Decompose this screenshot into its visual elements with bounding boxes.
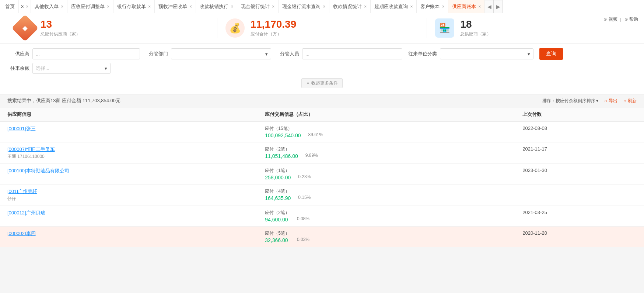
dept-filter-label: 分管部门 [146, 51, 168, 57]
pay-amount: 11,051,486.00 [265, 153, 298, 159]
nav-close-icon[interactable]: × [410, 4, 413, 9]
nav-cash-stat[interactable]: 现金银行统计 × [237, 0, 279, 13]
nav-close-icon[interactable]: × [26, 4, 28, 9]
nav-customer-ledger-label: 客户账本 [420, 3, 440, 10]
nav-overdue[interactable]: 超期应收款查询 × [371, 0, 417, 13]
pay-percent: 9.89% [305, 153, 318, 158]
balance-dropdown[interactable]: 选择... ▾ [32, 63, 111, 74]
nav-prepay-label: 预收冲应收单 [158, 3, 187, 10]
unit-filter-label: 往来单位分类 [408, 51, 437, 57]
nav-close-icon[interactable]: × [272, 4, 274, 9]
balance-filter-label: 往来余额 [7, 65, 29, 72]
table-row: [000002]李四 应付（5笔） 32,366.00 0.03% 2020-1… [0, 227, 644, 247]
payable-total-number: 11,170.39 [251, 19, 297, 30]
supplier-link[interactable]: [000002]李四 [7, 231, 36, 236]
nav-close-icon[interactable]: × [189, 4, 192, 9]
nav-close-icon[interactable]: × [364, 4, 367, 9]
nav-bank[interactable]: 银行存取款单 × [113, 0, 155, 13]
pay-amount: 258,000.00 [265, 175, 291, 180]
nav-prepay[interactable]: 预收冲应收单 × [155, 0, 196, 13]
collapse-button[interactable]: ∧ 收起更多条件 [301, 78, 342, 88]
pay-amount: 32,366.00 [265, 237, 290, 243]
pay-label: 应付（4笔） [265, 188, 291, 194]
nav-supplier-ledger-label: 供应商账本 [452, 3, 476, 10]
dept-dropdown[interactable]: ▾ [171, 48, 271, 59]
nav-tab-3[interactable]: 3 × [19, 0, 31, 13]
payable-total-label: 应付合计（万） [251, 31, 297, 37]
pay-percent: 0.08% [297, 216, 309, 221]
summary-payable-total: 💰 11,170.39 应付合计（万） [217, 18, 427, 38]
nav-payment[interactable]: 收款核销执行 × [196, 0, 237, 13]
nav-other-income[interactable]: 其他收入单 × [31, 0, 67, 13]
nav-close-icon[interactable]: × [478, 4, 481, 9]
pay-percent: 0.23% [298, 174, 311, 179]
nav-collection-stat[interactable]: 收款情况统计 × [329, 0, 371, 13]
nav-supplier-ledger[interactable]: 供应商账本 × [448, 0, 485, 13]
nav-prev-arrow[interactable]: ◀ [485, 0, 494, 13]
nav-ar-adjust[interactable]: 应收应付调整单 × [67, 0, 113, 13]
total-suppliers-label: 总供应商（家） [460, 31, 491, 37]
nav-home-label: 首页 [5, 3, 15, 10]
supplier-table: 供应商信息 应付交易信息（占比） 上次付数 [000001]张三 应付（15笔）… [0, 107, 644, 247]
nav-cash-flow-label: 现金银行流水查询 [282, 3, 321, 10]
nav-close-icon[interactable]: × [231, 4, 233, 9]
nav-close-icon[interactable]: × [107, 4, 109, 9]
supplier-link[interactable]: [000012]广州贝瑞 [7, 210, 45, 216]
dept-filter: 分管部门 ▾ [146, 48, 271, 59]
summary-payable-suppliers: ◆ 13 总应付供应商（家） [7, 18, 217, 38]
supplier-filter: 供应商 ... [7, 48, 140, 59]
search-button[interactable]: 查询 [539, 48, 563, 60]
supplier-filter-label: 供应商 [7, 51, 29, 57]
person-filter: 分管人员 ... [277, 48, 402, 59]
pay-label: 应付（1笔） [265, 168, 291, 174]
pay-label: 应付（15笔） [265, 125, 301, 132]
export-button[interactable]: ○ 导出 [604, 98, 617, 104]
nav-customer-ledger[interactable]: 客户账本 × [417, 0, 448, 13]
supplier-sub: 王通 17106110000 [7, 154, 250, 160]
payable-suppliers-label: 总应付供应商（家） [41, 31, 80, 37]
payable-suppliers-number: 13 [41, 19, 80, 30]
nav-close-icon[interactable]: × [148, 4, 151, 9]
nav-bank-label: 银行存取款单 [117, 3, 146, 10]
supplier-link[interactable]: [000100]本特勤油品有限公司 [7, 168, 69, 173]
refresh-button[interactable]: ○ 刷新 [623, 98, 637, 104]
nav-close-icon[interactable]: × [323, 4, 325, 9]
supplier-link[interactable]: [000007]恒旺二手叉车 [7, 146, 55, 152]
diamond-icon: ◆ [15, 18, 35, 38]
last-payment-date: 2022-08-08 [522, 125, 547, 131]
unit-filter: 往来单位分类 ▾ [408, 48, 533, 59]
sort-button[interactable]: 排序：按应付余额倒序排序 ▾ [542, 98, 598, 104]
store-icon: 🏪 [434, 18, 455, 38]
supplier-link[interactable]: [000001]张三 [7, 126, 36, 131]
balance-filter: 往来余额 选择... ▾ [7, 63, 111, 74]
pay-percent: 0.15% [298, 195, 311, 200]
unit-dropdown[interactable]: ▾ [440, 48, 533, 59]
nav-cash-stat-label: 现金银行统计 [241, 3, 270, 10]
table-row: [001]广州荣轩 仔仔 应付（4笔） 164,635.90 0.15% [0, 185, 644, 206]
supplier-link[interactable]: [001]广州荣轩 [7, 189, 37, 194]
pay-label: 应付（5笔） [265, 230, 290, 237]
video-help[interactable]: ⊙ 视频 [603, 16, 617, 23]
filter-area: 供应商 ... 分管部门 ▾ 分管人员 ... 往来单位分类 ▾ [0, 44, 644, 94]
nav-other-income-label: 其他收入单 [35, 3, 59, 10]
person-filter-label: 分管人员 [277, 51, 299, 57]
last-payment-date: 2023-01-30 [522, 168, 547, 173]
nav-cash-flow[interactable]: 现金银行流水查询 × [279, 0, 329, 13]
supplier-input[interactable]: ... [32, 48, 140, 59]
pay-percent: 0.03% [297, 237, 309, 242]
nav-collection-stat-label: 收款情况统计 [333, 3, 362, 10]
total-suppliers-number: 18 [460, 19, 491, 30]
nav-close-icon[interactable]: × [61, 4, 63, 9]
coin-icon: 💰 [225, 18, 245, 38]
nav-ar-adjust-label: 应收应付调整单 [71, 3, 105, 10]
table-row: [000001]张三 应付（15笔） 100,092,540.00 89.61%… [0, 122, 644, 142]
pay-amount: 100,092,540.00 [265, 132, 301, 138]
separator: | [620, 17, 622, 22]
help-link[interactable]: ⊙ 帮助 [624, 16, 638, 23]
nav-close-icon[interactable]: × [442, 4, 444, 9]
table-header-row: 供应商信息 应付交易信息（占比） 上次付数 [0, 107, 644, 122]
person-input[interactable]: ... [302, 48, 402, 59]
pay-amount: 94,600.00 [265, 217, 290, 223]
nav-next-arrow[interactable]: ▶ [494, 0, 503, 13]
nav-home[interactable]: 首页 [1, 0, 19, 13]
